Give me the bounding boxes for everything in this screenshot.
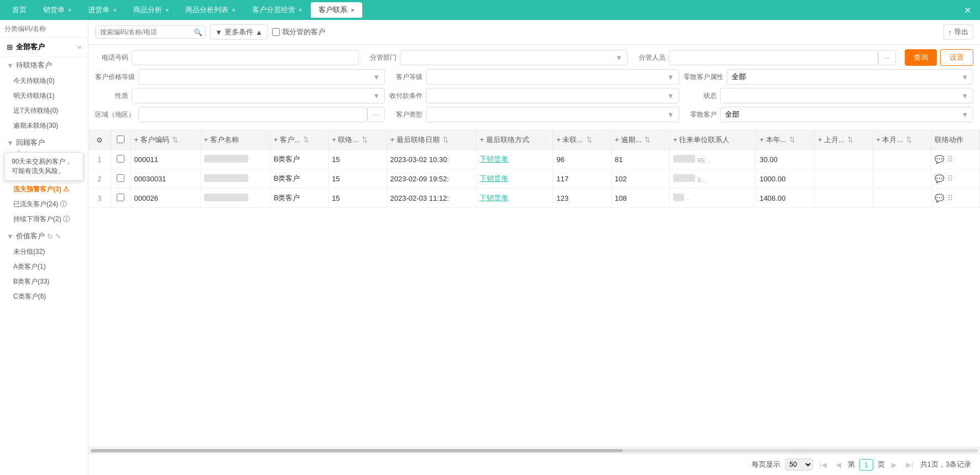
phone-input[interactable]: [132, 50, 359, 65]
th-contact-person[interactable]: + 往来单位联系人: [670, 131, 756, 150]
customer-level-select[interactable]: ▼: [426, 69, 679, 85]
next-page-button[interactable]: ▶: [889, 460, 899, 470]
zero-retail-select[interactable]: 全部 ▼: [720, 107, 973, 122]
prev-page-button[interactable]: ◀: [833, 460, 843, 470]
tab-home[interactable]: 首页: [4, 2, 34, 18]
tab-analysis-list-close[interactable]: ×: [232, 7, 235, 13]
th-contact[interactable]: + 联络... ⇅: [329, 131, 387, 150]
row-2-last-way-link[interactable]: 下销货单: [479, 174, 508, 182]
sidebar-group-value-title[interactable]: ▼ 价值客户 ↻ ✎: [0, 228, 88, 244]
zero-sale-select[interactable]: 全部 ▼: [727, 69, 973, 85]
th-checkbox[interactable]: [111, 131, 131, 150]
row-3-more-icon[interactable]: ⠿: [947, 194, 953, 202]
region-more-button[interactable]: ···: [367, 107, 385, 122]
sidebar-group-pending-title[interactable]: ▼ 待联络客户: [0, 57, 88, 74]
sidebar-item-declining[interactable]: 持续下滑客户(2) ⓘ: [0, 212, 88, 227]
tab-analysis-list[interactable]: 商品分析列表 ×: [178, 2, 243, 18]
sidebar-item-today[interactable]: 今天待联络(0): [0, 74, 88, 88]
filter-more-button[interactable]: ▼ 更多条件 ▲: [210, 24, 268, 40]
sidebar-item-churn-warning[interactable]: 流失预警客户(3) ⚠: [0, 182, 88, 197]
person-more-button[interactable]: ···: [878, 50, 896, 65]
row-1-checkbox[interactable]: [117, 155, 124, 163]
edit-icon[interactable]: ✎: [55, 232, 61, 241]
filter-region: 区域（地区） ···: [95, 107, 385, 122]
price-level-select[interactable]: ▼: [138, 69, 385, 85]
row-2-message-icon[interactable]: 💬: [935, 174, 944, 183]
search-button[interactable]: 🔍: [194, 28, 202, 36]
th-settings[interactable]: ⚙: [88, 131, 111, 150]
th-this-year[interactable]: + 本年... ⇅: [756, 131, 814, 150]
sidebar-item-overdue[interactable]: 逾期未联络(30): [0, 118, 88, 133]
row-1-last-way-link[interactable]: 下销货单: [479, 155, 508, 163]
scrollbar-thumb[interactable]: [91, 449, 623, 452]
row-2-num: 2: [88, 169, 111, 189]
row-1-check[interactable]: [111, 150, 131, 169]
page-size-select[interactable]: 50 100 200: [785, 458, 813, 471]
tab-analysis-close[interactable]: ×: [165, 7, 169, 13]
row-3-checkbox[interactable]: [117, 194, 124, 201]
th-name[interactable]: + 客户名称: [200, 131, 270, 150]
sidebar-item-ungroup[interactable]: 未分组(32): [0, 244, 88, 259]
search-input[interactable]: [95, 25, 206, 39]
settings-button[interactable]: 设置: [940, 49, 973, 66]
tab-customer-tier[interactable]: 客户分层经营 ×: [244, 2, 310, 18]
my-customer-checkbox[interactable]: [272, 28, 280, 36]
dept-select[interactable]: ▼: [400, 50, 627, 65]
th-this-month[interactable]: + 本月... ⇅: [873, 131, 931, 150]
tab-purchase-close[interactable]: ×: [113, 7, 116, 13]
row-1-more-icon[interactable]: ⠿: [947, 155, 953, 164]
row-2-more-icon[interactable]: ⠿: [947, 174, 953, 183]
row-3-message-icon[interactable]: 💬: [935, 194, 944, 202]
sidebar-item-class-a[interactable]: A类客户(1): [0, 259, 88, 274]
row-2-check[interactable]: [111, 169, 131, 189]
sidebar-item-7days[interactable]: 近7天待联络(0): [0, 103, 88, 118]
sidebar-search-input[interactable]: [4, 25, 87, 33]
gender-select[interactable]: ▼: [132, 88, 385, 103]
row-3-last-way-link[interactable]: 下销货单: [479, 194, 508, 202]
row-3-check[interactable]: [111, 189, 131, 208]
sidebar-all-customers[interactable]: ⊞ 全部客户 «: [0, 38, 88, 57]
sidebar-group-review-title[interactable]: ▼ 回顾客户: [0, 134, 88, 151]
query-button[interactable]: 查询: [905, 49, 937, 66]
sidebar-item-churned[interactable]: 已流失客户(24) ⓘ: [0, 197, 88, 212]
tab-sales-label: 销货单: [43, 5, 65, 15]
sidebar-item-tomorrow[interactable]: 明天待联络(1): [0, 88, 88, 103]
refresh-icon[interactable]: ↻: [47, 232, 53, 241]
horizontal-scrollbar[interactable]: [88, 447, 980, 453]
th-code[interactable]: + 客户编码 ⇅: [131, 131, 200, 150]
th-customer-type[interactable]: + 客户... ⇅: [270, 131, 328, 150]
row-1-message-icon[interactable]: 💬: [935, 155, 944, 164]
row-2-checkbox[interactable]: [117, 174, 124, 182]
review-group-label: 回顾客户: [16, 138, 45, 148]
select-all-checkbox[interactable]: [117, 135, 124, 143]
tab-customer-tier-close[interactable]: ×: [299, 7, 302, 13]
tab-customer-contact-close[interactable]: ×: [351, 7, 354, 13]
sidebar-item-class-c[interactable]: C类客户(6): [0, 289, 88, 304]
export-button[interactable]: ↑ 导出: [943, 24, 974, 40]
arrow-icon-3: ▼: [7, 232, 14, 241]
payment-select[interactable]: ▼: [426, 88, 679, 103]
first-page-button[interactable]: |◀: [817, 460, 829, 470]
sidebar-collapse-icon[interactable]: «: [78, 44, 81, 50]
region-select[interactable]: [138, 107, 367, 122]
sidebar-item-class-b[interactable]: B类客户(33): [0, 274, 88, 289]
tab-purchase[interactable]: 进货单 ×: [80, 2, 124, 18]
row-2-num-badge: 3...: [697, 176, 706, 183]
window-close-button[interactable]: ✕: [960, 5, 976, 15]
tab-analysis[interactable]: 商品分析 ×: [126, 2, 176, 18]
row-1-action-icons: 💬 ⠿: [935, 155, 976, 164]
my-customer-checkbox-wrap: 我分管的客户: [272, 27, 325, 37]
person-select[interactable]: [669, 50, 878, 65]
last-page-button[interactable]: ▶|: [904, 460, 915, 470]
th-last-contact-way[interactable]: + 最后联络方式: [476, 131, 553, 150]
tab-sales[interactable]: 销货单 ×: [35, 2, 79, 18]
th-overdue[interactable]: + 逾期... ⇅: [611, 131, 669, 150]
status-select[interactable]: ▼: [720, 88, 973, 103]
tab-sales-close[interactable]: ×: [68, 7, 71, 13]
row-3-overdue: 108: [611, 189, 669, 208]
th-last-month[interactable]: + 上月... ⇅: [814, 131, 872, 150]
tab-customer-contact[interactable]: 客户联系 ×: [311, 2, 362, 18]
th-last-contact-date[interactable]: + 最后联络日期 ⇅: [387, 131, 476, 150]
th-unlinked[interactable]: + 未联... ⇅: [553, 131, 611, 150]
customer-type-select[interactable]: ▼: [426, 107, 679, 122]
